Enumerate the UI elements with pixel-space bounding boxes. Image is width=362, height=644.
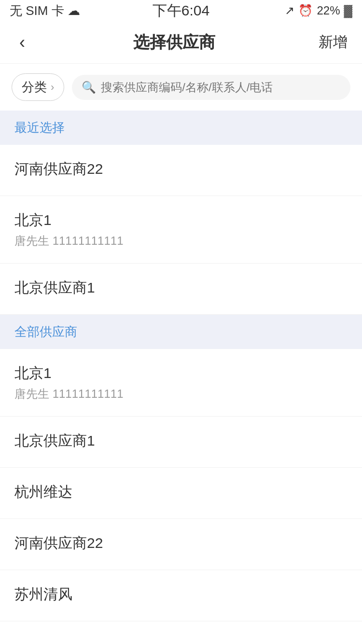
battery-level: 22% [317, 4, 340, 17]
supplier-detail: 唐先生 11111111111 [14, 233, 348, 249]
alarm-icon: ⏰ [298, 4, 313, 17]
supplier-name: 苏州清风 [14, 585, 348, 604]
status-left: 无 SIM 卡 ☁ [10, 2, 80, 19]
chevron-right-icon: › [51, 81, 54, 94]
supplier-name: 杭州维达 [14, 482, 348, 502]
category-label: 分类 [22, 79, 47, 96]
back-button[interactable]: ‹ [14, 28, 30, 57]
list-item[interactable]: 北京供应商1 [0, 417, 362, 468]
list-item[interactable]: 北京供应商1 [0, 264, 362, 315]
nav-bar: ‹ 选择供应商 新增 [0, 21, 362, 64]
filter-bar: 分类 › 🔍 [0, 64, 362, 111]
status-right: ↗ ⏰ 22% ▓ [285, 4, 352, 17]
supplier-detail: 唐先生 11111111111 [14, 386, 348, 402]
category-filter-button[interactable]: 分类 › [12, 73, 64, 101]
supplier-name: 河南供应商22 [14, 159, 348, 179]
status-bar: 无 SIM 卡 ☁ 下午6:04 ↗ ⏰ 22% ▓ [0, 0, 362, 21]
list-item[interactable]: 北京1唐先生 11111111111 [0, 349, 362, 417]
supplier-name: 北京1 [14, 210, 348, 230]
search-box[interactable]: 🔍 [72, 75, 350, 100]
add-button[interactable]: 新增 [319, 32, 348, 52]
recent-supplier-list: 河南供应商22北京1唐先生 11111111111北京供应商1 [0, 145, 362, 315]
list-item[interactable]: 北京1唐先生 11111111111 [0, 196, 362, 264]
location-icon: ↗ [285, 4, 294, 17]
recent-section-header: 最近选择 [0, 111, 362, 145]
supplier-name: 河南供应商22 [14, 533, 348, 553]
list-item[interactable]: 杭州维达 [0, 468, 362, 519]
search-icon: 🔍 [82, 81, 96, 94]
list-item[interactable]: 河南供应商22 [0, 519, 362, 570]
battery-icon: ▓ [344, 4, 353, 17]
search-input[interactable] [101, 81, 341, 94]
page-title: 选择供应商 [133, 31, 215, 54]
status-time: 下午6:04 [153, 1, 209, 21]
list-item[interactable]: 河南供应商22 [0, 145, 362, 196]
list-item[interactable]: 苏州清风 [0, 570, 362, 621]
supplier-name: 北京供应商1 [14, 278, 348, 298]
all-section-header: 全部供应商 [0, 315, 362, 349]
supplier-name: 北京供应商1 [14, 431, 348, 451]
all-supplier-list: 北京1唐先生 11111111111北京供应商1杭州维达河南供应商22苏州清风 [0, 349, 362, 621]
supplier-name: 北京1 [14, 364, 348, 383]
